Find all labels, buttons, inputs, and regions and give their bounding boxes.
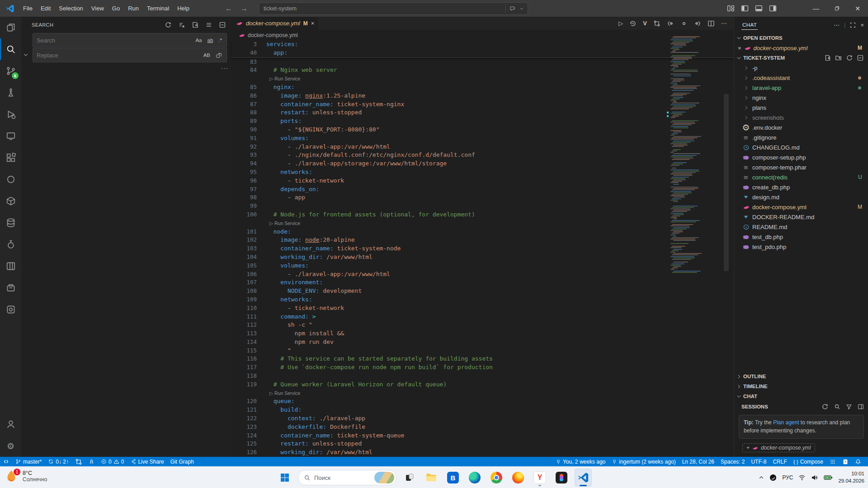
refresh-explorer-icon[interactable] <box>846 54 853 61</box>
activity-database[interactable] <box>0 212 21 234</box>
code-line-40[interactable]: 40 app: <box>231 49 734 57</box>
statusbar-extension-grid[interactable] <box>826 457 839 466</box>
open-editors-header[interactable]: OPEN EDITORS <box>734 33 868 43</box>
code-line-121[interactable]: 121 build: <box>231 406 734 414</box>
preserve-case-toggle[interactable]: AB <box>203 52 211 58</box>
tab-close-icon[interactable]: × <box>311 20 315 27</box>
tree-item-.env.docker[interactable]: ⚙ .env.docker <box>734 122 868 132</box>
statusbar-blame-you[interactable]: You, 2 weeks ago <box>552 457 609 466</box>
timeline-history-icon[interactable] <box>629 20 637 27</box>
taskbar-app-vscode[interactable] <box>575 469 592 487</box>
taskbar-weather-widget[interactable]: 1 8°C Солнечно <box>4 469 47 484</box>
activity-extensions[interactable] <box>0 147 21 169</box>
minimap[interactable] <box>670 35 705 274</box>
clear-search-results-icon[interactable] <box>177 20 186 29</box>
outline-section[interactable]: OUTLINE <box>734 371 868 381</box>
minimize-button[interactable]: — <box>806 0 826 17</box>
replace-input[interactable] <box>33 52 203 59</box>
menu-run[interactable]: Run <box>124 3 143 14</box>
tray-app-icon[interactable] <box>769 474 777 481</box>
menu-terminal[interactable]: Terminal <box>143 3 173 14</box>
open-in-panel-icon[interactable] <box>858 403 864 410</box>
code-line-94[interactable]: 94 - ./laravel-app/storage:/var/www/html… <box>231 160 734 168</box>
code-line-93[interactable]: 93 - ./nginx/default.conf:/etc/nginx/con… <box>231 151 734 160</box>
compare-changes-icon[interactable] <box>653 20 660 27</box>
tree-item-composer-temp.phar[interactable]: ≡ composer-temp.phar <box>734 162 868 172</box>
code-line-109[interactable]: 109 networks: <box>231 296 734 304</box>
timeline-section[interactable]: TIMELINE <box>734 381 868 391</box>
statusbar-git-graph[interactable]: Git Graph <box>167 457 197 466</box>
close-panel-icon[interactable]: × <box>860 22 864 28</box>
tab-docker-compose[interactable]: docker-compose.yml M × <box>231 17 319 30</box>
codelens-run-service[interactable]: ▷ Run Service <box>231 219 734 228</box>
statusbar-git-branch[interactable]: master* <box>12 457 45 466</box>
new-file-icon[interactable] <box>824 54 831 61</box>
code-line-88[interactable]: 88 restart: unless-stopped <box>231 108 734 117</box>
taskbar-app-yandex[interactable]: Y <box>531 469 548 487</box>
statusbar-problems[interactable]: 0 0 <box>98 457 127 466</box>
battery-icon[interactable] <box>824 474 833 481</box>
menu-selection[interactable]: Selection <box>55 3 87 14</box>
code-line-3[interactable]: 3services: <box>231 40 734 49</box>
new-folder-icon[interactable] <box>835 54 842 61</box>
breadcrumb[interactable]: docker-compose.yml <box>231 30 734 40</box>
code-line-98[interactable]: 98 - app <box>231 193 734 202</box>
code-line-87[interactable]: 87 container_name: ticket-system-nginx <box>231 100 734 109</box>
refresh-sessions-icon[interactable] <box>821 403 829 410</box>
code-line-122[interactable]: 122 context: ./laravel-app <box>231 414 734 423</box>
codelens-run-service[interactable]: ▷ Run Service <box>231 389 734 398</box>
whole-word-toggle[interactable]: ab <box>207 37 214 43</box>
statusbar-formatter[interactable] <box>839 457 852 466</box>
code-line-114[interactable]: 114 npm run dev <box>231 338 734 347</box>
menu-file[interactable]: File <box>19 3 37 14</box>
match-case-toggle[interactable]: Aa <box>194 37 203 43</box>
statusbar-cursor-position[interactable]: Ln 28, Col 26 <box>679 457 717 466</box>
wifi-icon[interactable] <box>798 474 806 481</box>
search-input[interactable] <box>33 37 194 44</box>
toggle-primary-sidebar-icon[interactable] <box>740 4 750 14</box>
view-as-list-icon[interactable] <box>204 20 213 29</box>
code-line-92[interactable]: 92 - ./laravel-app:/var/www/html <box>231 143 734 151</box>
code-line-86[interactable]: 86 image: nginx:1.25-alpine <box>231 92 734 100</box>
menu-view[interactable]: View <box>87 3 108 14</box>
taskbar-app-chrome[interactable] <box>488 469 505 487</box>
collapse-folders-icon[interactable] <box>857 54 864 61</box>
code-line-99[interactable]: 99 <box>231 202 734 211</box>
taskbar-clock[interactable]: 10:01 29.04.2026 <box>838 470 864 484</box>
command-center-search[interactable]: ticket-system <box>259 2 528 15</box>
code-line-102[interactable]: 102 image: node:20-alpine <box>231 236 734 244</box>
activity-settings[interactable]: ⚙ <box>0 435 21 457</box>
regex-toggle[interactable]: .* <box>217 37 223 43</box>
code-line-100[interactable]: 100 # Node.js for frontend assets (optio… <box>231 211 734 219</box>
panel-tab-chat[interactable]: CHAT <box>741 20 758 30</box>
code-line-115[interactable]: 115 " <box>231 347 734 355</box>
tree-item-.gitignore[interactable]: ≡ .gitignore <box>734 132 868 142</box>
codelens-run-service[interactable]: ▷ Run Service <box>231 75 734 83</box>
restore-button[interactable] <box>826 0 847 17</box>
code-line-116[interactable]: 116 # This service can be started separa… <box>231 355 734 363</box>
tree-item-plans[interactable]: plans <box>734 103 868 113</box>
activity-extension-a[interactable] <box>0 169 21 190</box>
activity-testing[interactable] <box>0 82 21 103</box>
tree-item-testpdo.php[interactable]: test_pdo.php <box>734 242 868 252</box>
activity-source-control[interactable]: 6 <box>0 60 21 82</box>
code-line-124[interactable]: 124 container_name: ticket-system-queue <box>231 432 734 440</box>
statusbar-remote-indicator[interactable] <box>0 457 12 466</box>
tree-item-createdb.php[interactable]: create_db.php <box>734 182 868 192</box>
maximize-panel-icon[interactable] <box>850 22 856 28</box>
volume-icon[interactable] <box>811 474 818 481</box>
activity-extension-b[interactable] <box>0 234 21 255</box>
code-line-118[interactable]: 118 <box>231 372 734 380</box>
code-line-104[interactable]: 104 working_dir: /var/www/html <box>231 253 734 262</box>
statusbar-language-mode[interactable]: { } Compose <box>790 457 826 466</box>
tree-item-connectredis[interactable]: ≡ connect(redis U <box>734 172 868 182</box>
activity-explorer[interactable] <box>0 17 21 38</box>
taskbar-app-app-b[interactable]: B <box>444 469 462 487</box>
tree-item-screenshots[interactable]: screenshots <box>734 113 868 122</box>
activity-docker[interactable] <box>0 190 21 212</box>
code-line-107[interactable]: 107 environment: <box>231 278 734 287</box>
filter-sessions-icon[interactable] <box>846 403 852 410</box>
next-change-icon[interactable] <box>694 20 701 27</box>
taskbar-app-edge[interactable] <box>466 469 483 487</box>
search-sessions-icon[interactable] <box>834 403 840 410</box>
